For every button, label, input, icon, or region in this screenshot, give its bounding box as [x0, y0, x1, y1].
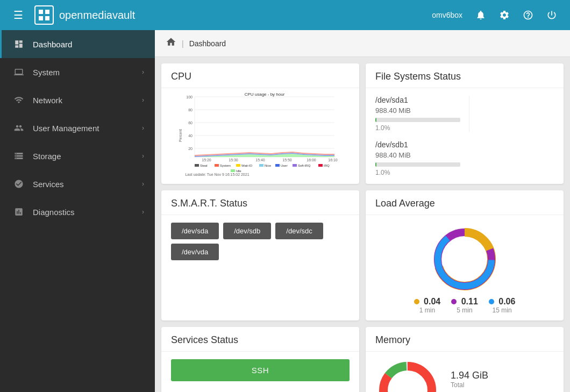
- dashboard-grid: CPU Percent: [155, 57, 570, 392]
- svg-rect-1: [45, 10, 49, 14]
- power-button[interactable]: [542, 5, 561, 25]
- memory-donut: [375, 358, 440, 392]
- sidebar-dashboard-label: Dashboard: [33, 40, 144, 49]
- fs-item-sdb1: /dev/sdb1 988.40 MiB 1.0%: [375, 140, 460, 176]
- breadcrumb-current: Dashboard: [189, 39, 226, 48]
- services-icon: [12, 177, 25, 190]
- system-chevron: ›: [142, 68, 144, 76]
- svg-text:15:20: 15:20: [202, 158, 211, 162]
- cpu-chart: Percent 100 80 60 40 20: [166, 92, 355, 176]
- smart-sda-button[interactable]: /dev/sda: [171, 223, 219, 239]
- user-mgmt-chevron: ›: [142, 124, 144, 132]
- svg-text:Last update: Tue Nov 9 16:15:0: Last update: Tue Nov 9 16:15:02 2021: [185, 173, 249, 176]
- sidebar-item-user-management[interactable]: User Management ›: [0, 114, 155, 142]
- breadcrumb: | Dashboard: [155, 30, 570, 57]
- svg-rect-27: [215, 164, 219, 167]
- settings-button[interactable]: [495, 5, 514, 25]
- hamburger-button[interactable]: ☰: [9, 5, 28, 25]
- load-15min-value: 0.06: [498, 297, 515, 306]
- services-status-card: Services Status SSH: [161, 327, 359, 392]
- fs-divider: [469, 96, 469, 132]
- load-5min-dot: [451, 299, 457, 304]
- smart-vda-button[interactable]: /dev/vda: [171, 244, 219, 260]
- svg-text:Nice: Nice: [265, 164, 272, 167]
- svg-text:60: 60: [188, 121, 193, 125]
- content-area: | Dashboard CPU Percent: [155, 30, 570, 392]
- sidebar-storage-label: Storage: [33, 152, 142, 161]
- header-actions: omv6box: [432, 5, 561, 25]
- fs-sda1-size: 988.40 MiB: [375, 106, 460, 115]
- memory-total-label: Total: [451, 381, 554, 389]
- sidebar-network-label: Network: [33, 96, 142, 105]
- sidebar-item-dashboard[interactable]: Dashboard: [0, 30, 155, 58]
- notifications-button[interactable]: [471, 5, 490, 25]
- services-status-title: Services Status: [161, 327, 359, 352]
- sidebar-item-system[interactable]: System ›: [0, 58, 155, 86]
- home-icon[interactable]: [166, 37, 176, 50]
- load-1min-label: 1 min: [414, 307, 441, 314]
- svg-text:Percent: Percent: [179, 129, 182, 142]
- storage-icon: [12, 149, 25, 162]
- breadcrumb-separator: |: [182, 39, 184, 48]
- svg-rect-0: [39, 10, 43, 14]
- load-5min-value: 0.11: [461, 297, 478, 306]
- smart-sdc-button[interactable]: /dev/sdc: [275, 223, 323, 239]
- network-icon: [12, 94, 25, 106]
- sidebar-system-label: System: [33, 68, 142, 77]
- load-15min-label: 15 min: [489, 307, 516, 314]
- svg-text:20: 20: [188, 147, 193, 151]
- sidebar-diagnostics-label: Diagnostics: [33, 208, 142, 217]
- smart-card-title: S.M.A.R.T. Status: [161, 190, 359, 215]
- file-systems-title: File Systems Status: [366, 63, 564, 88]
- svg-rect-33: [275, 164, 280, 167]
- smart-sdb-button[interactable]: /dev/sdb: [223, 223, 271, 239]
- help-button[interactable]: [518, 5, 538, 25]
- svg-rect-31: [259, 164, 263, 167]
- dashboard-icon: [12, 38, 25, 51]
- svg-text:Wait-IO: Wait-IO: [241, 164, 252, 167]
- memory-legend: 1.94 GiB Total 275.59 MiB 14% 1.67 GiB 8…: [451, 370, 554, 393]
- memory-total-value: 1.94 GiB: [451, 370, 554, 381]
- sidebar-item-services[interactable]: Services ›: [0, 170, 155, 198]
- load-15min-dot: [489, 299, 494, 304]
- sidebar-item-diagnostics[interactable]: Diagnostics ›: [0, 198, 155, 226]
- load-average-donut: [427, 222, 502, 297]
- sidebar-item-storage[interactable]: Storage ›: [0, 142, 155, 170]
- svg-text:System: System: [220, 164, 231, 167]
- svg-text:User: User: [281, 164, 288, 167]
- load-values: 0.04 1 min 0.11 5 min: [414, 297, 516, 314]
- fs-item-sda1: /dev/sda1 988.40 MiB 1.0%: [375, 96, 460, 132]
- fs-sdb1-percent: 1.0%: [375, 169, 460, 176]
- sidebar-services-label: Services: [33, 180, 142, 189]
- svg-rect-25: [195, 164, 199, 167]
- svg-text:15:30: 15:30: [229, 158, 238, 162]
- svg-rect-29: [236, 164, 240, 167]
- fs-sda1-percent: 1.0%: [375, 124, 460, 132]
- main-layout: Dashboard System › Network › User Manage…: [0, 30, 570, 392]
- svg-text:15:40: 15:40: [255, 158, 265, 162]
- fs-sdb1-progress: [375, 162, 460, 167]
- sidebar-item-network[interactable]: Network ›: [0, 86, 155, 114]
- storage-chevron: ›: [142, 152, 144, 160]
- smart-buttons: /dev/sda /dev/sdb /dev/sdc /dev/vda: [161, 215, 359, 268]
- fs-sda1-bar: [375, 118, 376, 122]
- cpu-card: CPU Percent: [161, 63, 359, 184]
- load-5min-label: 5 min: [451, 307, 478, 314]
- ssh-button[interactable]: SSH: [171, 359, 350, 381]
- load-1min: 0.04 1 min: [414, 297, 441, 314]
- memory-total: 1.94 GiB Total: [451, 370, 554, 389]
- file-systems-grid: /dev/sda1 988.40 MiB 1.0% /dev/sdb1 988.…: [366, 88, 564, 184]
- user-management-icon: [12, 122, 25, 134]
- logo-text: openmediavault: [59, 9, 135, 22]
- svg-text:80: 80: [188, 108, 193, 112]
- app-header: ☰ openmediavault omv6box: [0, 0, 570, 30]
- svg-text:Steal: Steal: [200, 164, 208, 167]
- logo-icon: [34, 5, 54, 25]
- sidebar-user-mgmt-label: User Management: [33, 124, 142, 133]
- svg-text:16:00: 16:00: [307, 158, 316, 162]
- svg-text:IRQ: IRQ: [324, 164, 330, 167]
- load-1min-dot: [414, 299, 419, 304]
- fs-sdb1-bar: [375, 162, 376, 167]
- svg-text:Soft-IRQ: Soft-IRQ: [298, 164, 311, 167]
- svg-rect-2: [39, 16, 43, 20]
